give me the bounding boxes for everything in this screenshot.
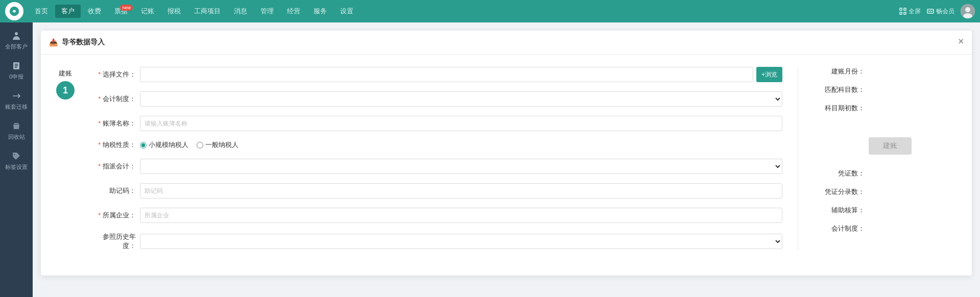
dialog: 📥 导爷数据导入 × 建账 1 选择文件：	[41, 31, 972, 276]
aux-label: 辅助核算：	[824, 206, 865, 215]
dialog-header: 📥 导爷数据导入 ×	[41, 31, 972, 55]
layout: 全部客户 0申报 账套迁移 回收站 标签设置 📥 导爷数据导入 ×	[0, 22, 980, 297]
company-label: 所属企业：	[95, 211, 136, 220]
accountant-row: 指派会计：	[95, 159, 782, 174]
book-name-row: 账簿名称：	[95, 116, 782, 131]
build-button[interactable]: 建账	[869, 137, 912, 155]
history-row: 参照历史年度：	[95, 232, 782, 251]
file-input[interactable]	[140, 67, 753, 82]
nav-projects[interactable]: 工商项目	[188, 5, 227, 18]
history-label: 参照历史年度：	[95, 232, 136, 251]
voucher-entry-row: 凭证分录数：	[824, 187, 957, 196]
form-left: 选择文件： +浏览 会计制度：	[95, 67, 782, 251]
vip-btn[interactable]: 畅会员	[927, 7, 954, 16]
accountant-label: 指派会计：	[95, 162, 136, 171]
nav-business[interactable]: 经营	[281, 5, 306, 18]
sidebar-item-all-clients[interactable]: 全部客户	[0, 27, 33, 55]
book-name-label: 账簿名称：	[95, 119, 136, 128]
memo-label: 助记码：	[95, 186, 136, 195]
tax-radio-group: 小规模纳税人 一般纳税人	[140, 140, 238, 150]
nav-manage[interactable]: 管理	[254, 5, 280, 18]
memo-row: 助记码：	[95, 183, 782, 199]
voucher-row: 凭证数：	[824, 169, 957, 178]
sidebar-item-migrate[interactable]: 账套迁移	[0, 87, 33, 115]
voucher-label: 凭证数：	[824, 169, 865, 178]
fullscreen-btn[interactable]: 全屏	[899, 7, 921, 16]
svg-point-8	[965, 7, 970, 12]
svg-rect-5	[904, 12, 906, 14]
tax-small-option[interactable]: 小规模纳税人	[140, 140, 188, 150]
step-indicator: 建账 1	[56, 67, 75, 251]
accountant-select[interactable]	[140, 159, 782, 174]
svg-rect-2	[900, 8, 902, 10]
tax-general-radio[interactable]	[197, 142, 203, 148]
month-row: 建账月份：	[824, 67, 957, 76]
memo-input[interactable]	[140, 183, 782, 199]
file-input-wrapper: +浏览	[140, 67, 782, 82]
aux-row: 辅助核算：	[824, 206, 957, 215]
company-row: 所属企业：	[95, 208, 782, 223]
accounting-system-label: 会计制度：	[824, 224, 865, 233]
init-row: 科目期初数：	[824, 104, 957, 113]
nav-home[interactable]: 首页	[29, 5, 54, 18]
avatar[interactable]	[961, 4, 975, 18]
top-nav: 首页 客户 收费 票据 new 记账 报税 工商项目 消息 管理 经营 服务 设…	[0, 0, 980, 22]
sidebar: 全部客户 0申报 账套迁移 回收站 标签设置	[0, 22, 33, 297]
nav-items: 首页 客户 收费 票据 new 记账 报税 工商项目 消息 管理 经营 服务 设…	[29, 5, 899, 18]
match-label: 匹配科目数：	[824, 85, 865, 94]
nav-service[interactable]: 服务	[307, 5, 333, 18]
tax-general-option[interactable]: 一般纳税人	[197, 140, 238, 150]
sidebar-item-tags[interactable]: 标签设置	[0, 147, 33, 175]
step-label: 建账	[59, 69, 72, 78]
file-row: 选择文件： +浏览	[95, 67, 782, 82]
new-badge: new	[120, 5, 133, 11]
browse-button[interactable]: +浏览	[756, 67, 782, 82]
book-name-input[interactable]	[140, 116, 782, 131]
svg-point-1	[13, 10, 15, 12]
nav-settings[interactable]: 设置	[334, 5, 360, 18]
divider	[798, 67, 798, 251]
nav-bookkeeping[interactable]: 记账	[135, 5, 160, 18]
match-row: 匹配科目数：	[824, 85, 957, 94]
tax-small-radio[interactable]	[140, 142, 147, 148]
svg-rect-6	[927, 9, 934, 13]
nav-clients[interactable]: 客户	[55, 5, 81, 18]
form-right: 建账月份： 匹配科目数： 科目期初数： 建账	[814, 67, 957, 251]
step-circle: 1	[56, 81, 75, 100]
nav-right: 全屏 畅会员	[899, 4, 975, 18]
month-label: 建账月份：	[824, 67, 865, 76]
sidebar-item-recycle[interactable]: 回收站	[0, 117, 33, 145]
file-label: 选择文件：	[95, 70, 136, 79]
close-button[interactable]: ×	[958, 37, 964, 46]
company-input[interactable]	[140, 208, 782, 223]
nav-tax[interactable]: 报税	[161, 5, 187, 18]
history-select[interactable]	[140, 234, 782, 249]
logo[interactable]	[5, 2, 23, 20]
nav-invoices[interactable]: 票据 new	[108, 5, 134, 18]
voucher-entry-label: 凭证分录数：	[824, 187, 865, 196]
dialog-body: 建账 1 选择文件： +浏览	[41, 55, 972, 263]
sidebar-item-declare[interactable]: 0申报	[0, 57, 33, 85]
tax-type-row: 纳税性质： 小规模纳税人 一般纳税人	[95, 140, 782, 150]
form-section: 选择文件： +浏览 会计制度：	[95, 67, 957, 251]
main-content: 📥 导爷数据导入 × 建账 1 选择文件：	[33, 22, 980, 297]
svg-rect-3	[904, 8, 906, 10]
accounting-label: 会计制度：	[95, 94, 136, 104]
nav-fees[interactable]: 收费	[82, 5, 107, 18]
accounting-system-row: 会计制度：	[824, 224, 957, 233]
tax-type-label: 纳税性质：	[95, 140, 136, 150]
init-label: 科目期初数：	[824, 104, 865, 113]
dialog-title: 导爷数据导入	[62, 38, 105, 47]
nav-messages[interactable]: 消息	[228, 5, 253, 18]
accounting-row: 会计制度：	[95, 91, 782, 107]
svg-rect-4	[900, 12, 902, 14]
import-icon: 📥	[49, 38, 58, 46]
accounting-select[interactable]	[140, 91, 782, 107]
